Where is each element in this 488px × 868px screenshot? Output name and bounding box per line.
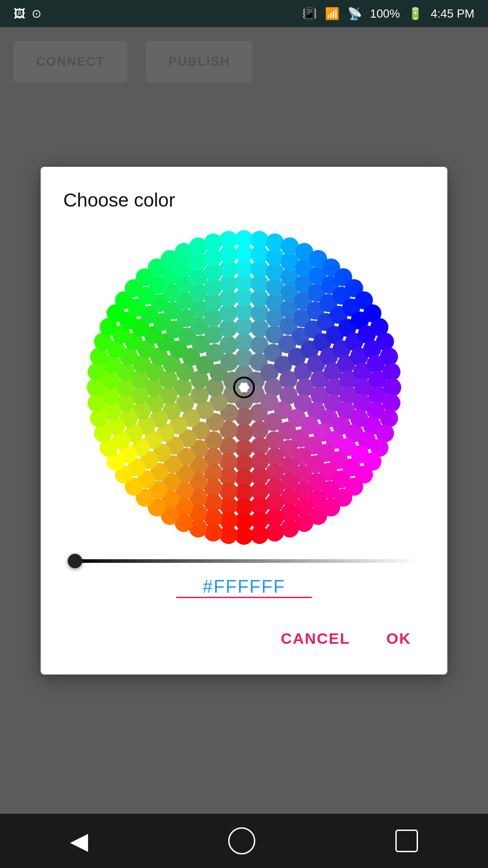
color-picker-dialog: Choose color CANCEL OK	[41, 167, 447, 675]
signal-icon: 📡	[347, 7, 362, 21]
dialog-title: Choose color	[63, 189, 425, 211]
color-wheel-container[interactable]	[63, 229, 425, 546]
image-icon: 🖼	[14, 7, 25, 21]
status-bar: 🖼 ⊙ 📳 📶 📡 100% 🔋 4:45 PM	[0, 0, 488, 27]
wifi-icon: 📶	[325, 7, 339, 21]
ok-button[interactable]: OK	[382, 625, 416, 652]
dialog-overlay: Choose color CANCEL OK	[0, 27, 488, 814]
camera-icon: ⊙	[32, 7, 42, 21]
recents-icon[interactable]	[395, 830, 418, 852]
battery-text: 100%	[370, 7, 400, 21]
time-text: 4:45 PM	[431, 7, 474, 21]
brightness-slider-container[interactable]	[63, 559, 425, 563]
home-icon[interactable]	[228, 827, 255, 854]
color-wheel[interactable]	[86, 229, 402, 546]
cancel-button[interactable]: CANCEL	[276, 625, 355, 652]
hex-input[interactable]	[176, 576, 312, 598]
battery-icon: 🔋	[408, 7, 422, 21]
back-icon[interactable]: ◀	[70, 827, 88, 854]
vibrate-icon: 📳	[302, 7, 317, 21]
brightness-track[interactable]	[68, 559, 420, 563]
brightness-thumb[interactable]	[68, 554, 82, 568]
dialog-buttons: CANCEL OK	[63, 625, 425, 652]
hex-input-container[interactable]	[63, 576, 425, 598]
nav-bar: ◀	[0, 814, 488, 868]
